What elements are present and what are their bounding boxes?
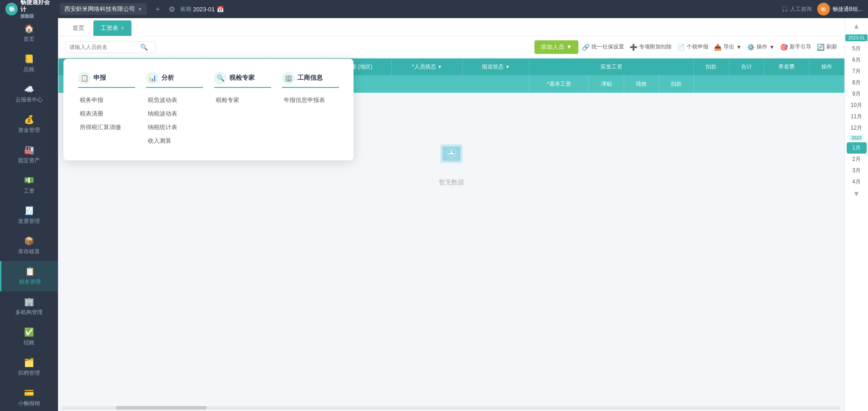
- sidebar-item-asset[interactable]: 🏭 固定资产: [0, 140, 58, 170]
- ledger-icon: 📒: [24, 54, 34, 64]
- tax-report-icon: 📄: [677, 44, 685, 51]
- bottom-scrollbar[interactable]: [58, 405, 844, 411]
- sidebar-label-multi: 多机构管理: [15, 309, 43, 316]
- sidebar-item-inventory[interactable]: 📦 库存核算: [0, 231, 58, 261]
- tax-payment-item[interactable]: 纳税波动表: [146, 107, 203, 121]
- sidebar-label-invoice: 发票管理: [18, 218, 40, 225]
- business-icon: 🏢: [282, 72, 295, 84]
- sidebar-item-home[interactable]: 🏠 首页: [0, 18, 58, 48]
- th-pension: 养老费: [764, 58, 809, 76]
- sidebar-item-ledger[interactable]: 📒 总账: [0, 48, 58, 79]
- export-button[interactable]: 📤 导出 ▼: [714, 43, 742, 51]
- tab-salary[interactable]: 工资表 ×: [93, 20, 131, 36]
- svg-rect-6: [446, 160, 457, 162]
- service-button[interactable]: 🎧 人工咨询: [781, 5, 812, 13]
- archive-icon: 🗂️: [24, 358, 34, 367]
- tab-close-icon[interactable]: ×: [121, 25, 124, 31]
- toolbar-actions: 🔗 统一社保设置 ➕ 专项附加扣除 📄 个税申报 📤 导出 ▼ ⚙️: [582, 43, 837, 51]
- business-section-title: 🏢 工商信息: [282, 72, 339, 88]
- tax-dropdown-popup: 📋 申报 税务申报 税表清册 所得税汇算清缴 📊 分析 税负波动表 纳税波动表 …: [63, 59, 354, 160]
- search-input[interactable]: [69, 44, 137, 50]
- sidebar-label-tax: 税务管理: [19, 278, 41, 286]
- logo-icon: 畅: [5, 3, 18, 15]
- sidebar-label-ledger: 总账: [24, 66, 34, 73]
- add-company-button[interactable]: ＋: [152, 3, 163, 16]
- refresh-button[interactable]: 🔄 刷新: [817, 43, 837, 51]
- tab-home[interactable]: 首页: [65, 20, 92, 36]
- period-value: 2023-01: [193, 6, 215, 13]
- expert-item[interactable]: 税检专家: [214, 93, 271, 107]
- sidebar-label-archive: 归档管理: [18, 369, 40, 377]
- fund-icon: 💰: [24, 115, 34, 125]
- sidebar-item-settle[interactable]: ✅ 结账: [0, 322, 58, 352]
- special-icon: ➕: [630, 44, 637, 51]
- cal-month-3[interactable]: 3月: [847, 165, 867, 176]
- sidebar-item-marketing[interactable]: 💳 小畅报销: [0, 382, 58, 411]
- sidebar-item-tax[interactable]: 📋 税务管理: [0, 261, 58, 291]
- top-header: 畅 畅捷通好会计 旗舰版 西安虾米网络科技有限公司 ▼ ＋ ⚙ 账期 2023-…: [0, 0, 868, 18]
- app-subtitle: 旗舰版: [20, 13, 55, 19]
- tax-report-button[interactable]: 📄 个税申报: [677, 43, 708, 51]
- cal-month-5[interactable]: 5月: [847, 43, 867, 54]
- cal-year-2023-label: 2023.01: [845, 34, 867, 41]
- cal-month-10[interactable]: 10月: [847, 100, 867, 111]
- header-right: 🎧 人工咨询 畅 畅捷通B组...: [781, 3, 863, 15]
- cal-month-7[interactable]: 7月: [847, 66, 867, 77]
- th-allowance: 津贴: [589, 76, 624, 93]
- cal-month-9[interactable]: 9月: [847, 88, 867, 100]
- income-settle-item[interactable]: 所得税汇算清缴: [78, 121, 135, 134]
- settings-icon-button[interactable]: ⚙: [167, 3, 177, 15]
- operate-arrow-icon: ▼: [769, 44, 775, 50]
- sidebar-item-cloud[interactable]: ☁️ 云报表中心: [0, 79, 58, 109]
- tax-burden-item[interactable]: 税负波动表: [146, 93, 203, 107]
- cal-month-6[interactable]: 6月: [847, 54, 867, 66]
- tax-stat-item[interactable]: 纳税统计表: [146, 121, 203, 134]
- inventory-icon: 📦: [24, 236, 34, 246]
- cal-month-2[interactable]: 2月: [847, 154, 867, 165]
- sidebar-item-salary[interactable]: 💵 工资: [0, 170, 58, 200]
- settle-icon: ✅: [24, 327, 34, 337]
- user-area[interactable]: 畅 畅捷通B组...: [817, 3, 863, 15]
- service-label: 人工咨询: [790, 5, 812, 13]
- cal-month-12[interactable]: 12月: [847, 122, 867, 134]
- asset-icon: 🏭: [24, 145, 34, 155]
- income-calc-item[interactable]: 收入测算: [146, 134, 203, 148]
- add-person-button[interactable]: 添加人员 ▼: [534, 40, 578, 54]
- scroll-thumb: [116, 406, 207, 410]
- tax-declare-item[interactable]: 税务申报: [78, 93, 135, 107]
- salary-icon: 💵: [24, 175, 34, 185]
- sidebar-item-invoice[interactable]: 🧾 发票管理: [0, 200, 58, 231]
- social-insurance-button[interactable]: 🔗 统一社保设置: [582, 43, 624, 51]
- sidebar-item-archive[interactable]: 🗂️ 归档管理: [0, 352, 58, 382]
- company-name: 西安虾米网络科技有限公司: [64, 5, 135, 13]
- annual-report-item[interactable]: 年报信息申报表: [282, 93, 339, 107]
- th-operate: 操作: [809, 58, 844, 76]
- calendar-down-button[interactable]: ▼: [850, 188, 863, 200]
- declare-section: 📋 申报 税务申报 税表清册 所得税汇算清缴: [73, 68, 141, 151]
- analysis-section: 📊 分析 税负波动表 纳税波动表 纳税统计表 收入测算: [141, 68, 209, 151]
- guide-button[interactable]: 🎯 新手引导: [780, 43, 811, 51]
- th-salary-group: 应发工资: [529, 58, 694, 76]
- sidebar: 🏠 首页 📒 总账 ☁️ 云报表中心 💰 资金管理 🏭 固定资产 💵 工资 🧾 …: [0, 18, 58, 411]
- declare-section-title: 📋 申报: [78, 72, 135, 88]
- sidebar-item-multi[interactable]: 🏢 多机构管理: [0, 291, 58, 322]
- declare-icon: 📋: [78, 72, 91, 84]
- cal-month-4[interactable]: 4月: [847, 176, 867, 188]
- sidebar-item-fund[interactable]: 💰 资金管理: [0, 109, 58, 140]
- export-arrow-icon: ▼: [736, 44, 742, 50]
- cal-month-8[interactable]: 8月: [847, 77, 867, 88]
- operate-button[interactable]: ⚙️ 操作 ▼: [747, 43, 775, 51]
- sidebar-label-salary: 工资: [24, 187, 34, 195]
- search-wrap: 🔍: [65, 41, 156, 53]
- cal-month-11[interactable]: 11月: [847, 111, 867, 122]
- calendar-up-button[interactable]: ▲: [850, 20, 863, 33]
- cal-month-1[interactable]: 1月: [847, 142, 867, 154]
- company-selector[interactable]: 西安虾米网络科技有限公司 ▼: [60, 3, 147, 15]
- sidebar-label-home: 首页: [24, 35, 34, 43]
- special-deduction-button[interactable]: ➕ 专项附加扣除: [630, 43, 672, 51]
- tax-clear-item[interactable]: 税表清册: [78, 107, 135, 121]
- multi-icon: 🏢: [24, 297, 34, 307]
- calendar-icon[interactable]: 📅: [217, 6, 224, 13]
- svg-point-5: [452, 151, 454, 153]
- add-person-label: 添加人员: [541, 43, 564, 51]
